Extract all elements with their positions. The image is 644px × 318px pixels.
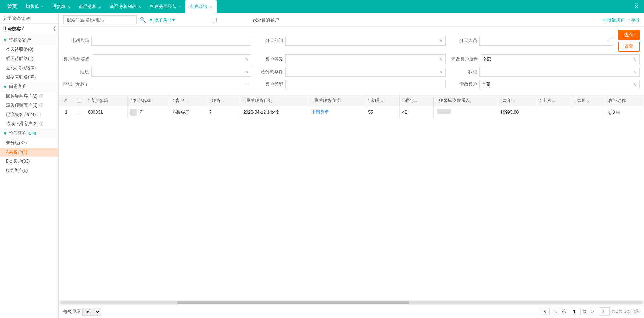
region-input[interactable]: ···: [92, 80, 251, 89]
filter-status: 状态 ∨: [451, 67, 640, 77]
section-pending-contact[interactable]: ▼ 待联络客户: [0, 35, 58, 45]
table-row: 1 000031 ？ A类客户 7 2023: [59, 106, 644, 118]
sidebar-item-class-c[interactable]: C类客户(6): [0, 166, 58, 175]
close-all-button[interactable]: ×: [632, 3, 641, 10]
export-button[interactable]: ↑ 导出: [628, 17, 640, 23]
row-checkbox-cell: [74, 106, 85, 118]
settings-button[interactable]: 设置: [618, 42, 640, 52]
close-purchase-icon[interactable]: ×: [68, 4, 70, 9]
action-message-icon[interactable]: 💬: [608, 109, 615, 115]
sidebar-item-churned[interactable]: 已流失客户(24) ⓘ: [0, 110, 58, 119]
row-checkbox[interactable]: [77, 109, 82, 114]
filter-phone: 电话号码: [63, 30, 251, 52]
query-button[interactable]: 查询: [618, 30, 640, 40]
help-icon-declining: ⓘ: [39, 121, 43, 127]
main-layout: 🔍 ⠿ 全部客户 《 ▼ 待联络客户 今天待联络(0) 明天待联络(1) 近7天…: [0, 13, 644, 318]
nav-customer-contact[interactable]: 客户联络 ×: [185, 0, 216, 13]
search-input[interactable]: [63, 15, 137, 24]
nav-product-analysis[interactable]: 商品分析 ×: [75, 0, 105, 13]
sidebar-collapse-icon[interactable]: 《: [51, 26, 56, 32]
sidebar-item-class-a[interactable]: A类客户(1): [0, 148, 58, 157]
action-qr-icon[interactable]: ⊞: [616, 109, 620, 115]
col-contact-count-header: : 联络...: [206, 95, 240, 106]
phone-input[interactable]: [91, 36, 251, 46]
dept-select[interactable]: ∨: [285, 36, 446, 46]
filter-customer-level: 客户等级 ∨: [257, 54, 446, 64]
filter-region: 区域（地区） ···: [63, 80, 251, 89]
close-product-analysis-icon[interactable]: ×: [99, 4, 101, 9]
col-gear-header: ⚙: [59, 95, 74, 106]
horizontal-scrollbar[interactable]: [59, 300, 644, 305]
filter-nature: 性质 ∨: [63, 67, 251, 77]
select-all-checkbox[interactable]: [77, 98, 82, 103]
col-overdue-header: : 逾期...: [399, 95, 433, 106]
my-customer-checkbox[interactable]: [178, 18, 251, 22]
nav-product-analysis-list[interactable]: 商品分析列表 ×: [105, 0, 145, 13]
col-check-header: [74, 95, 85, 106]
sidebar: 🔍 ⠿ 全部客户 《 ▼ 待联络客户 今天待联络(0) 明天待联络(1) 近7天…: [0, 13, 59, 318]
col-last-contact-date-header: : 最后联络日期: [240, 95, 308, 106]
sidebar-item-class-b[interactable]: B类客户(33): [0, 157, 58, 166]
col-name-header: : 客户名称: [128, 95, 170, 106]
close-customer-segment-icon[interactable]: ×: [179, 4, 181, 9]
section-problem-customer[interactable]: ▼ 问题客户: [0, 82, 58, 92]
sidebar-item-7days-pending[interactable]: 近7天待联络(0): [0, 63, 58, 73]
sidebar-item-today-pending[interactable]: 今天待联络(0): [0, 45, 58, 54]
filter-customer-type: 客户类型: [257, 80, 446, 89]
first-page-button[interactable]: K: [540, 308, 550, 315]
row-not-contacted: 55: [365, 106, 399, 118]
table-gear-icon[interactable]: ⚙: [64, 98, 68, 103]
price-level-select[interactable]: ∨: [92, 54, 251, 64]
page-number-input[interactable]: [568, 308, 581, 315]
customer-table: ⚙ : 客户编码 : 客户名称 : 客户...: [59, 95, 644, 118]
sidebar-item-churn-warning[interactable]: 流失预警客户(3) ⓘ: [0, 101, 58, 110]
retail-attr-select[interactable]: 全部 ∨: [480, 54, 640, 64]
close-sales-icon[interactable]: ×: [41, 4, 43, 9]
sidebar-item-declining[interactable]: 持续下滑客户(2) ⓘ: [0, 119, 58, 128]
nav-sales[interactable]: 销售单 ×: [21, 0, 48, 13]
col-this-year-header: : 本年...: [497, 95, 537, 106]
person-input[interactable]: ···: [479, 36, 613, 46]
next-page-button[interactable]: >: [588, 308, 597, 315]
per-page-select[interactable]: 50 20 100: [82, 308, 101, 316]
filter-price-level: 客户价格等级 ∨: [63, 54, 251, 64]
row-actions: 💬 ⊞: [605, 106, 644, 118]
sidebar-item-tomorrow-pending[interactable]: 明天待联络(1): [0, 54, 58, 63]
row-contact-person: [433, 106, 497, 118]
retail-customer-select[interactable]: 全部 ∨: [479, 80, 640, 89]
col-code-header: : 客户编码: [85, 95, 128, 106]
more-conditions-button[interactable]: ▼ 更多条件 ▾: [149, 17, 175, 23]
prev-page-button[interactable]: <: [551, 308, 560, 315]
sidebar-item-overdue-contact[interactable]: 逾期未联络(30): [0, 73, 58, 82]
nav-home[interactable]: 首页: [3, 0, 21, 13]
col-this-month-header: : 本月...: [571, 95, 605, 106]
col-actions-header: 联络动作: [605, 95, 644, 106]
row-last-month: [537, 106, 571, 118]
filter-search-icon[interactable]: 🔍: [140, 17, 146, 23]
sidebar-all-customers[interactable]: ⠿ 全部客户 《: [0, 24, 58, 35]
col-customer-type-header: : 客户...: [170, 95, 206, 106]
row-customer-type: A类客户: [170, 106, 206, 118]
row-num: 1: [59, 106, 74, 118]
nature-select[interactable]: ∨: [91, 67, 251, 77]
section-value-customer[interactable]: ▼ 价值客户 ↻ ⊞: [0, 128, 58, 138]
scrollbar-thumb[interactable]: [177, 301, 410, 304]
per-page-container: 每页显示 50 20 100: [63, 308, 101, 316]
filter-payment: 收付款条件 ∨: [257, 67, 446, 77]
customer-level-select[interactable]: ∨: [285, 54, 446, 64]
sidebar-item-ungrouped[interactable]: 未分组(32): [0, 138, 58, 148]
customer-type-input[interactable]: [285, 80, 446, 89]
status-select[interactable]: ∨: [479, 67, 640, 77]
close-customer-contact-icon[interactable]: ×: [210, 4, 212, 9]
last-page-button[interactable]: 》: [599, 307, 610, 316]
batch-op-button[interactable]: ☑ 批量操作: [602, 17, 625, 23]
col-last-month-header: : 上月...: [537, 95, 571, 106]
nav-purchase[interactable]: 进货单 ×: [48, 0, 74, 13]
nav-customer-segment[interactable]: 客户分层经营 ×: [146, 0, 185, 13]
last-contact-method-link[interactable]: 下销货单: [311, 109, 329, 114]
sidebar-item-repurchase-abnormal[interactable]: 回购异常客户(2) ⓘ: [0, 92, 58, 101]
sidebar-search-input[interactable]: [3, 16, 58, 21]
close-product-list-icon[interactable]: ×: [139, 4, 141, 9]
col-not-contacted-header: : 未联...: [365, 95, 399, 106]
payment-select[interactable]: ∨: [285, 67, 446, 77]
